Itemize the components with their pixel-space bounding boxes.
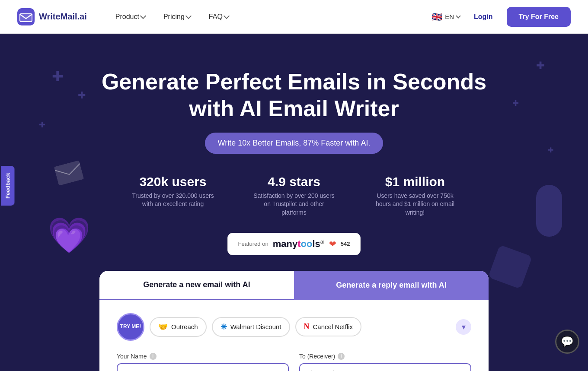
heart-icon: ❤ — [329, 239, 336, 249]
receiver-input-wrapper — [299, 363, 471, 371]
deco-plus-icon: ✚ — [39, 120, 45, 130]
stats-row: 320k users Trusted by over 320.000 users… — [130, 174, 458, 217]
nav-faq[interactable]: FAQ — [202, 10, 236, 24]
template-chip-outreach[interactable]: 🤝 Outreach — [150, 317, 207, 337]
netflix-icon: N — [304, 322, 310, 331]
language-selector[interactable]: 🇬🇧 EN — [431, 12, 460, 22]
form-row: Your Name i ✓ To (Receiver) i — [117, 353, 471, 371]
logo[interactable]: WriteMail.ai — [17, 8, 87, 25]
chat-button[interactable]: 💬 — [555, 330, 579, 354]
navbar-right: 🇬🇧 EN Login Try For Free — [431, 7, 571, 27]
chevron-down-icon — [224, 13, 230, 19]
more-templates-button[interactable]: ▾ — [456, 319, 471, 335]
logo-text: WriteMail.ai — [39, 12, 87, 22]
receiver-input[interactable] — [306, 369, 464, 371]
envelope-decoration — [54, 160, 85, 187]
template-chip-netflix[interactable]: N Cancel Netflix — [295, 317, 362, 336]
stat-stars-value: 4.9 stars — [251, 174, 337, 189]
info-icon[interactable]: i — [150, 353, 157, 360]
receiver-label: To (Receiver) i — [299, 353, 471, 360]
manytools-featured-text: Featured on — [238, 241, 268, 247]
deco-plus-icon: ✚ — [512, 98, 519, 108]
deco-shape-right2 — [493, 250, 527, 284]
manytools-logo: manytoolsai — [273, 238, 325, 250]
your-name-label: Your Name i — [117, 353, 289, 360]
hero-subtitle-badge: Write 10x Better Emails, 87% Faster with… — [205, 133, 383, 154]
deco-plus-icon: ✚ — [536, 60, 545, 72]
stat-stars: 4.9 stars Satisfaction by over 200 users… — [251, 174, 337, 217]
login-button[interactable]: Login — [467, 10, 500, 24]
chevron-down-icon — [140, 13, 146, 19]
heart-decoration: 💗 — [48, 215, 91, 256]
stat-million: $1 million Users have saved over 750k ho… — [372, 174, 458, 217]
feedback-button[interactable]: Feedback — [1, 166, 14, 206]
try-free-button[interactable]: Try For Free — [507, 7, 571, 27]
hero-title: Generate Perfect Emails in Seconds with … — [99, 68, 489, 122]
chat-icon: 💬 — [561, 336, 574, 348]
tab-row: Generate a new email with AI Generate a … — [99, 271, 489, 300]
stat-users: 320k users Trusted by over 320.000 users… — [130, 174, 216, 217]
deco-plus-icon: ✚ — [78, 90, 86, 101]
walmart-icon: ✳ — [220, 322, 227, 332]
your-name-input-wrapper: ✓ — [117, 363, 289, 371]
deco-plus-icon: ✚ — [52, 68, 64, 85]
hero-section: ✚ ✚ ✚ ✚ ✚ ✚ 💗 Generate Perfect Emails in… — [0, 34, 588, 371]
your-name-group: Your Name i ✓ — [117, 353, 289, 371]
stat-users-value: 320k users — [130, 174, 216, 189]
template-chip-walmart[interactable]: ✳ Walmart Discount — [212, 317, 290, 337]
nav-product[interactable]: Product — [109, 10, 152, 24]
navbar-nav: Product Pricing FAQ — [109, 10, 431, 24]
navbar: WriteMail.ai Product Pricing FAQ 🇬🇧 EN L… — [0, 0, 588, 34]
deco-plus-icon: ✚ — [548, 146, 553, 154]
nav-pricing[interactable]: Pricing — [157, 10, 198, 24]
tab-new-email[interactable]: Generate a new email with AI — [99, 271, 294, 300]
manytools-badge[interactable]: Featured on manytoolsai ❤ 542 — [227, 233, 361, 255]
stat-million-desc: Users have saved over 750k hours and $1 … — [372, 192, 458, 217]
stat-million-value: $1 million — [372, 174, 458, 189]
deco-shape-right — [536, 185, 562, 237]
stat-stars-desc: Satisfaction by over 200 users on Trustp… — [251, 192, 337, 217]
try-me-badge: TRY ME! — [117, 313, 144, 341]
stat-users-desc: Trusted by over 320.000 users with an ex… — [130, 192, 216, 209]
flag-icon: 🇬🇧 — [431, 12, 442, 22]
check-icon: ✓ — [124, 369, 129, 371]
info-icon[interactable]: i — [338, 353, 345, 360]
chevron-down-icon — [185, 13, 192, 19]
tab-content: TRY ME! 🤝 Outreach ✳ Walmart Discount N … — [99, 300, 489, 371]
outreach-emoji-icon: 🤝 — [158, 322, 168, 332]
manytools-count: 542 — [341, 241, 350, 247]
chevron-down-icon — [456, 13, 460, 18]
tab-reply-email[interactable]: Generate a reply email with AI — [294, 271, 489, 300]
tab-card: Generate a new email with AI Generate a … — [99, 271, 489, 371]
your-name-input[interactable] — [133, 370, 282, 371]
receiver-group: To (Receiver) i — [299, 353, 471, 371]
template-row: TRY ME! 🤝 Outreach ✳ Walmart Discount N … — [117, 313, 471, 341]
logo-icon — [17, 8, 35, 25]
